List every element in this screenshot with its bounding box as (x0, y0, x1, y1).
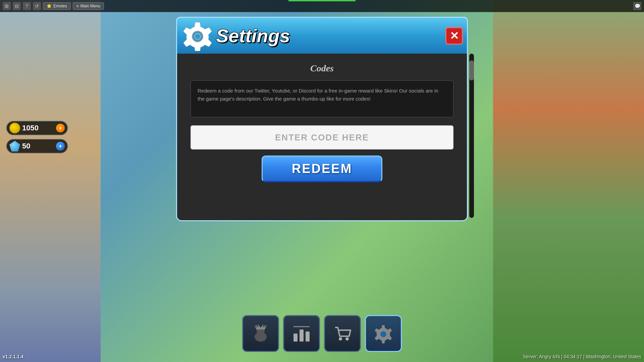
emotes-label: Emotes (53, 4, 67, 8)
currency-panel: 1050 + 50 + (6, 121, 68, 154)
close-icon: ✕ (450, 29, 459, 42)
modal-body: Codes Redeem a code from our Twitter, Yo… (176, 54, 468, 221)
version-text: v1.2.1.1.4 (3, 354, 23, 359)
code-input[interactable] (191, 125, 453, 149)
modal-title: Settings (216, 25, 290, 47)
redeem-button[interactable]: REDEEM (262, 156, 382, 182)
settings-gear-icon (182, 21, 213, 51)
toolbar-character-button[interactable] (242, 315, 279, 352)
chat-icon[interactable]: 💬 (633, 2, 641, 10)
undo-icon[interactable]: ↺ (33, 2, 41, 10)
gem-value: 50 (22, 142, 54, 150)
modal-header: Settings ✕ (176, 17, 468, 54)
grid-icon[interactable]: ⊟ (13, 2, 21, 10)
svg-point-10 (380, 331, 386, 337)
svg-rect-4 (293, 334, 298, 342)
coin-icon (9, 123, 20, 133)
coin-currency: 1050 + (6, 121, 68, 135)
server-info: Server: Angry Ichi | 04:34:17 | Washingt… (523, 354, 641, 359)
add-coins-button[interactable]: + (56, 124, 65, 132)
topbar: ⊞ ⊟ ? ↺ ⭐ Emotes ≡ Main Menu 💬 (0, 0, 644, 12)
star-icon: ⭐ (47, 4, 52, 8)
description-text: Redeem a code from our Twitter, Youtube,… (198, 88, 438, 102)
redeem-label: REDEEM (292, 162, 353, 176)
main-menu-label: Main Menu (80, 4, 100, 8)
help-icon[interactable]: ? (23, 2, 31, 10)
toolbar-shop-button[interactable] (324, 315, 361, 352)
menu-icon: ≡ (76, 4, 79, 8)
gem-currency: 50 + (6, 139, 68, 154)
modal-scrollbar[interactable] (469, 54, 474, 218)
toolbar-leaderboard-button[interactable] (283, 315, 320, 352)
add-gems-button[interactable]: + (56, 142, 65, 150)
scrollbar-thumb (469, 60, 474, 80)
background-left (0, 0, 101, 362)
description-box: Redeem a code from our Twitter, Youtube,… (191, 80, 453, 117)
settings-modal: Settings ✕ Codes Redeem a code from our … (176, 17, 468, 221)
svg-rect-6 (306, 331, 310, 342)
svg-point-8 (339, 337, 342, 341)
bottom-toolbar (242, 315, 402, 352)
gem-icon (9, 141, 20, 152)
close-button[interactable]: ✕ (445, 27, 463, 45)
svg-point-9 (345, 337, 349, 341)
background-right (493, 0, 644, 362)
svg-point-0 (192, 31, 203, 42)
section-title: Codes (191, 63, 453, 74)
svg-rect-5 (300, 329, 304, 342)
progress-bar (288, 0, 356, 1)
toolbar-settings-button[interactable] (365, 315, 402, 352)
roblox-icon[interactable]: ⊞ (3, 2, 11, 10)
coin-value: 1050 (22, 124, 54, 132)
svg-rect-7 (293, 326, 310, 327)
emotes-button[interactable]: ⭐ Emotes (43, 2, 71, 10)
main-menu-button[interactable]: ≡ Main Menu (73, 2, 104, 10)
